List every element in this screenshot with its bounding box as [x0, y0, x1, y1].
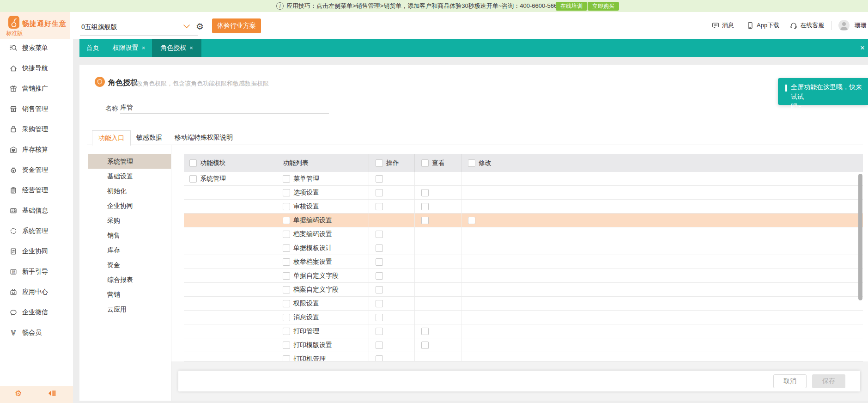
sidebar-item-wechat-work[interactable]: 企业微信 [0, 302, 73, 323]
feature-checkbox[interactable] [283, 175, 290, 183]
select-all-operate-checkbox[interactable] [376, 159, 383, 167]
sidebar-item-sales[interactable]: 销售管理 [0, 99, 73, 119]
tab-sensitive-data[interactable]: 敏感数据 [136, 134, 162, 142]
module-item-reports[interactable]: 综合报表 [88, 272, 171, 287]
view-checkbox[interactable] [421, 189, 429, 196]
table-row: 权限设置 [184, 297, 863, 311]
close-icon[interactable]: × [857, 39, 868, 57]
module-item-sales[interactable]: 销售 [88, 228, 171, 243]
operate-checkbox[interactable] [376, 244, 383, 252]
operate-checkbox[interactable] [376, 286, 383, 293]
feature-checkbox[interactable] [283, 244, 290, 252]
cancel-button[interactable]: 取消 [773, 374, 807, 388]
module-item-collaboration[interactable]: 企业协同 [88, 198, 171, 213]
sidebar-item-operation[interactable]: 经营管理 [0, 180, 73, 201]
online-service-link[interactable]: 在线客服 [789, 21, 824, 30]
chat-bubble-icon [9, 308, 18, 317]
feature-checkbox[interactable] [283, 258, 290, 266]
operate-checkbox[interactable] [376, 203, 383, 210]
tab-role-authorization[interactable]: 角色授权 × [152, 39, 201, 57]
feature-checkbox[interactable] [283, 342, 290, 349]
sidebar-item-label: 畅会员 [22, 329, 42, 337]
info-icon: i [276, 2, 284, 10]
tab-mobile-permission-note[interactable]: 移动端特殊权限说明 [175, 134, 233, 142]
view-checkbox[interactable] [421, 217, 429, 224]
edit-checkbox[interactable] [468, 217, 475, 224]
gift-icon [9, 85, 18, 93]
table-scrollbar-thumb[interactable] [858, 174, 862, 300]
chevron-down-icon[interactable] [183, 24, 190, 29]
operate-checkbox[interactable] [376, 314, 383, 321]
collapse-sidebar-icon[interactable] [48, 390, 56, 397]
industry-solution-button[interactable]: 体验行业方案 [212, 18, 261, 33]
sidebar-item-inventory[interactable]: 库存核算 [0, 140, 73, 160]
feature-checkbox[interactable] [283, 355, 290, 362]
sidebar-item-label: 销售管理 [22, 105, 48, 113]
operate-checkbox[interactable] [376, 189, 383, 196]
sidebar-item-label: 企业微信 [22, 308, 48, 317]
settings-gear-icon[interactable]: ⚙ [15, 389, 22, 398]
module-item-inventory[interactable]: 库存 [88, 243, 171, 257]
feature-checkbox[interactable] [283, 286, 290, 293]
sidebar-item-collaboration[interactable]: 企业协同 [0, 241, 73, 262]
sidebar-item-marketing[interactable]: 营销推广 [0, 79, 73, 99]
avatar [838, 20, 850, 31]
view-checkbox[interactable] [421, 328, 429, 335]
tab-permission-settings[interactable]: 权限设置 × [106, 39, 152, 57]
operate-checkbox[interactable] [376, 328, 383, 335]
operate-checkbox[interactable] [376, 272, 383, 280]
role-name-input[interactable] [120, 102, 329, 114]
feature-checkbox[interactable] [283, 272, 290, 280]
save-button[interactable]: 保存 [812, 374, 845, 388]
module-checkbox[interactable] [189, 175, 197, 183]
operate-checkbox[interactable] [376, 355, 383, 362]
tab-close-icon[interactable]: × [142, 39, 146, 57]
feature-checkbox[interactable] [283, 314, 290, 321]
sidebar-item-funds[interactable]: 资金管理 [0, 160, 73, 180]
sidebar-item-search-menu[interactable]: 搜索菜单 [0, 38, 73, 58]
feature-checkbox[interactable] [283, 328, 290, 335]
module-item-purchase[interactable]: 采购 [88, 213, 171, 228]
select-all-edit-checkbox[interactable] [468, 159, 475, 167]
module-item-marketing[interactable]: 营销 [88, 287, 171, 302]
module-item-cloud-apps[interactable]: 云应用 [88, 302, 171, 317]
operate-checkbox[interactable] [376, 300, 383, 307]
tab-home[interactable]: 首页 [79, 39, 106, 57]
header-cell-filler [507, 154, 863, 172]
tab-close-icon[interactable]: × [189, 39, 193, 57]
sidebar-item-member[interactable]: 畅会员 [0, 323, 73, 343]
org-selector[interactable]: 0五组旗舰版 [81, 23, 117, 31]
online-training-button[interactable]: 在线培训 [556, 2, 587, 11]
app-download-link[interactable]: App下载 [746, 21, 779, 30]
feature-checkbox[interactable] [283, 231, 290, 238]
feature-checkbox[interactable] [283, 217, 290, 224]
select-all-module-checkbox[interactable] [189, 159, 197, 167]
feature-label: 单据编码设置 [293, 216, 332, 225]
feature-checkbox[interactable] [283, 300, 290, 307]
messages-link[interactable]: 消息 [711, 21, 734, 30]
sidebar-item-purchase[interactable]: 采购管理 [0, 119, 73, 140]
view-checkbox[interactable] [421, 342, 429, 349]
settings-gear-icon[interactable]: ⚙ [196, 22, 204, 32]
operate-checkbox[interactable] [376, 231, 383, 238]
select-all-view-checkbox[interactable] [421, 159, 429, 167]
operate-checkbox[interactable] [376, 258, 383, 266]
operate-checkbox[interactable] [376, 175, 383, 183]
module-label: 系统管理 [200, 175, 226, 183]
module-item-system[interactable]: 系统管理 [88, 154, 171, 169]
sidebar-item-quick-nav[interactable]: 快捷导航 [0, 58, 73, 79]
feature-checkbox[interactable] [283, 203, 290, 210]
module-item-initialization[interactable]: 初始化 [88, 183, 171, 198]
buy-now-button[interactable]: 立即购买 [588, 2, 619, 11]
sidebar-item-app-center[interactable]: 应用中心 [0, 282, 73, 302]
view-checkbox[interactable] [421, 203, 429, 210]
module-item-funds[interactable]: 资金 [88, 257, 171, 272]
sidebar-item-system[interactable]: 系统管理 [0, 221, 73, 241]
feature-checkbox[interactable] [283, 189, 290, 196]
tab-function-entry[interactable]: 功能入口 [92, 130, 131, 146]
user-menu[interactable]: 珊珊 [838, 20, 866, 31]
module-item-basic-settings[interactable]: 基础设置 [88, 169, 171, 183]
sidebar-item-beginner-guide[interactable]: 新手引导 [0, 262, 73, 282]
operate-checkbox[interactable] [376, 342, 383, 349]
sidebar-item-base-info[interactable]: 基础信息 [0, 201, 73, 221]
